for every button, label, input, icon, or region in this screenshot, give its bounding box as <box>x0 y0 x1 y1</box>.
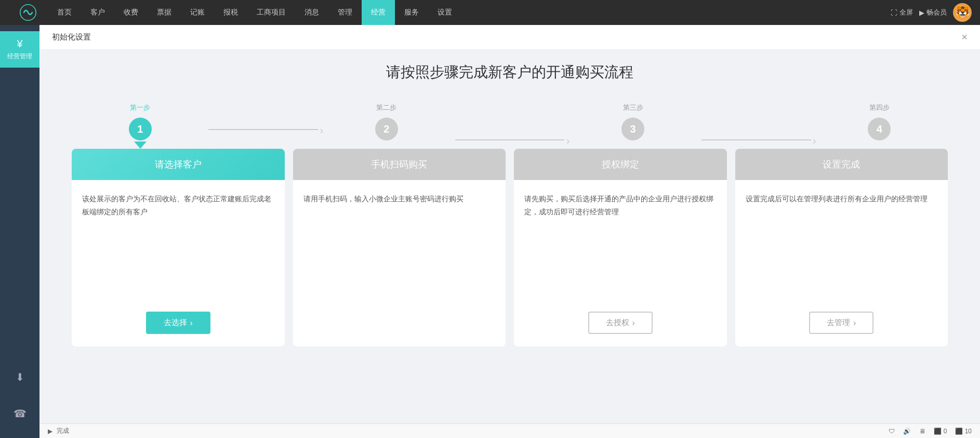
volume-icon: 🔊 <box>903 428 911 435</box>
card3-footer: 去授权 › <box>514 303 727 346</box>
arrow-1: › <box>320 124 324 136</box>
main-content: 请按照步骤完成新客户的开通购买流程 第一步 1 › <box>39 50 980 423</box>
card4-action-btn[interactable]: 去管理 › <box>809 312 873 334</box>
card1-title: 请选择客户 <box>155 159 202 170</box>
fullscreen-btn[interactable]: ⛶ 全屏 <box>891 8 913 17</box>
monitor-icon: 🖥 <box>919 428 925 435</box>
main-layout: ¥ 经营管理 ⬇ ☎ 初始化设置 × 请按照步骤完成新客户的开通购买流程 <box>0 25 980 438</box>
card3-body: 请先购买，购买后选择开通的产品中的企业用户进行授权绑定，成功后即可进行经营管理 <box>514 180 727 303</box>
time-indicator: ⬛ 10 <box>955 428 972 435</box>
nav-item-msg[interactable]: 消息 <box>295 0 328 25</box>
connector-line-1: › <box>208 129 318 130</box>
close-button[interactable]: × <box>961 31 968 43</box>
sidebar-item-download[interactable]: ⬇ <box>0 359 39 395</box>
card4-body: 设置完成后可以在管理列表进行所有企业用户的经营管理 <box>735 180 948 303</box>
card3-desc: 请先购买，购买后选择开通的产品中的企业用户进行授权绑定，成功后即可进行经营管理 <box>524 195 713 216</box>
content-area: 初始化设置 × 请按照步骤完成新客户的开通购买流程 第一步 1 <box>39 25 980 438</box>
nav-item-biz[interactable]: 工商项目 <box>247 0 295 25</box>
step1-pointer <box>134 141 147 149</box>
play-icon: ▶ <box>919 9 924 17</box>
page-header: 初始化设置 × <box>39 25 980 50</box>
nav-item-service[interactable]: 服务 <box>395 0 428 25</box>
nav-item-fees[interactable]: 收费 <box>114 0 148 25</box>
status-right: 🛡 🔊 🖥 ⬛ 0 ⬛ 10 <box>889 428 972 435</box>
card3-action-btn[interactable]: 去授权 › <box>588 312 653 334</box>
step-card-4: 设置完成 设置完成后可以在管理列表进行所有企业用户的经营管理 去管理 › <box>735 149 948 346</box>
step4-circle: 4 <box>868 118 891 140</box>
step2-label: 第二步 <box>376 103 396 112</box>
nav-item-customer[interactable]: 客户 <box>81 0 114 25</box>
steps-header: 第一步 1 › 第二步 2 <box>56 103 963 149</box>
nav-item-bookkeeping[interactable]: 记账 <box>181 0 214 25</box>
fullscreen-icon: ⛶ <box>891 9 897 17</box>
step-col-4: 第四步 4 <box>811 103 948 149</box>
step1-circle: 1 <box>129 118 152 140</box>
shield-icon: 🛡 <box>889 428 895 435</box>
top-nav: 首页 客户 收费 票据 记账 报税 工商项目 消息 管理 经营 服务 设置 ⛶ … <box>0 0 980 25</box>
nav-right: ⛶ 全屏 ▶ 畅会员 🐯 <box>891 3 972 22</box>
step-card-3: 授权绑定 请先购买，购买后选择开通的产品中的企业用户进行授权绑定，成功后即可进行… <box>514 149 727 346</box>
card1-footer: 去选择 › <box>72 303 285 346</box>
connector-line-2: › <box>455 139 565 140</box>
step3-label: 第三步 <box>623 103 643 112</box>
flow-title: 请按照步骤完成新客户的开通购买流程 <box>56 62 963 82</box>
nav-item-settings[interactable]: 设置 <box>428 0 461 25</box>
step-col-2: 第二步 2 <box>318 103 455 149</box>
sidebar-item-support[interactable]: ☎ <box>0 395 39 432</box>
step4-label: 第四步 <box>869 103 890 112</box>
chevron-right-icon-4: › <box>853 318 856 328</box>
arrow-2: › <box>566 135 570 147</box>
card4-footer: 去管理 › <box>735 303 948 346</box>
chevron-right-icon-1: › <box>190 318 193 328</box>
play-status-icon: ▶ <box>48 428 52 435</box>
status-bar: ▶ 完成 🛡 🔊 🖥 ⬛ 0 ⬛ 10 <box>39 423 980 438</box>
sidebar-item-label: 经营管理 <box>7 52 32 61</box>
sidebar-item-ops-mgmt[interactable]: ¥ 经营管理 <box>0 31 39 68</box>
card1-desc: 该处展示的客户为不在回收站、客户状态正常建账后完成老板端绑定的所有客户 <box>82 195 271 216</box>
arrow-3: › <box>813 135 816 147</box>
page-title: 初始化设置 <box>52 32 91 42</box>
step1-label: 第一步 <box>130 103 150 112</box>
yuan-icon: ¥ <box>17 38 22 50</box>
card1-body: 该处展示的客户为不在回收站、客户状态正常建账后完成老板端绑定的所有客户 <box>72 180 285 303</box>
sidebar: ¥ 经营管理 ⬇ ☎ <box>0 25 39 438</box>
connector-line-3: › <box>701 139 811 140</box>
card4-title: 设置完成 <box>823 159 860 170</box>
card1-action-btn[interactable]: 去选择 › <box>146 312 210 334</box>
step-col-1: 第一步 1 <box>72 103 208 149</box>
card2-header: 手机扫码购买 <box>293 149 506 180</box>
status-text: 完成 <box>57 427 69 435</box>
card2-footer <box>293 326 506 346</box>
sidebar-bottom: ⬇ ☎ <box>0 359 39 438</box>
card3-title: 授权绑定 <box>602 159 639 170</box>
connector-3-4: › <box>701 139 811 149</box>
step3-circle: 3 <box>621 118 644 140</box>
nav-item-tax[interactable]: 报税 <box>214 0 247 25</box>
nav-item-ops[interactable]: 经营 <box>362 0 395 25</box>
connector-1-2: › <box>208 129 318 149</box>
nav-item-bills[interactable]: 票据 <box>148 0 181 25</box>
vip-btn[interactable]: ▶ 畅会员 <box>919 8 947 17</box>
card4-desc: 设置完成后可以在管理列表进行所有企业用户的经营管理 <box>746 195 928 203</box>
cards-row: 请选择客户 该处展示的客户为不在回收站、客户状态正常建账后完成老板端绑定的所有客… <box>56 149 963 346</box>
download-icon: ⬇ <box>16 371 24 383</box>
nav-logo <box>8 4 48 21</box>
card2-title: 手机扫码购买 <box>371 159 427 170</box>
step-col-3: 第三步 3 <box>564 103 701 149</box>
card2-body: 请用手机扫码，输入小微企业主账号密码进行购买 <box>293 180 506 326</box>
nav-item-mgmt[interactable]: 管理 <box>328 0 362 25</box>
step2-circle: 2 <box>375 118 398 140</box>
nav-item-home[interactable]: 首页 <box>48 0 81 25</box>
status-left: ▶ 完成 <box>48 427 69 435</box>
headset-icon: ☎ <box>14 407 27 420</box>
step-card-2: 手机扫码购买 请用手机扫码，输入小微企业主账号密码进行购买 <box>293 149 506 346</box>
card4-header: 设置完成 <box>735 149 948 180</box>
card1-header: 请选择客户 <box>72 149 285 180</box>
nav-items: 首页 客户 收费 票据 记账 报税 工商项目 消息 管理 经营 服务 设置 <box>48 0 891 25</box>
network-status: ⬛ 0 <box>934 428 947 435</box>
avatar[interactable]: 🐯 <box>953 3 972 22</box>
step-card-1: 请选择客户 该处展示的客户为不在回收站、客户状态正常建账后完成老板端绑定的所有客… <box>72 149 285 346</box>
card3-header: 授权绑定 <box>514 149 727 180</box>
card2-desc: 请用手机扫码，输入小微企业主账号密码进行购买 <box>303 195 463 203</box>
connector-2-3: › <box>455 139 565 149</box>
